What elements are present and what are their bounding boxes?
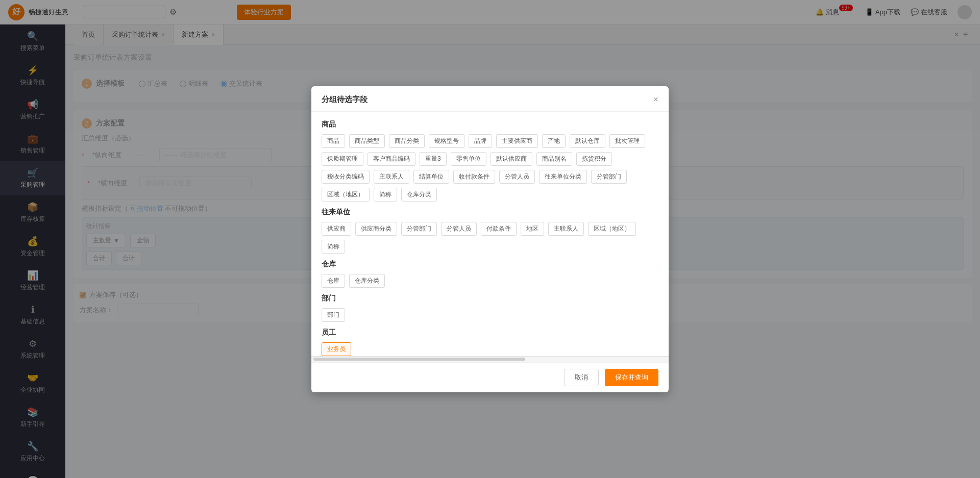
modal-overlay: 分组待选字段 × 商品 商品 商品类型 商品分类 规格型号 品牌 主要供应商 产…	[0, 0, 980, 478]
field-tag[interactable]: 区域（地区）	[588, 222, 636, 236]
field-tag[interactable]: 简称	[322, 240, 345, 254]
field-tag[interactable]: 品牌	[469, 134, 492, 148]
section-title-partner: 往来单位	[322, 208, 658, 217]
field-tag[interactable]: 税收分类编码	[322, 170, 370, 184]
modal-field-select: 分组待选字段 × 商品 商品 商品类型 商品分类 规格型号 品牌 主要供应商 产…	[311, 86, 669, 392]
field-tag[interactable]: 商品别名	[536, 152, 572, 166]
cancel-button[interactable]: 取消	[564, 369, 599, 386]
field-tag[interactable]: 简称	[374, 188, 397, 202]
field-tag[interactable]: 主联系人	[548, 222, 584, 236]
field-tag[interactable]: 默认仓库	[570, 134, 605, 148]
field-tag[interactable]: 结算单位	[413, 170, 449, 184]
section-title-dept: 部门	[322, 294, 658, 303]
field-tag[interactable]: 保质期管理	[322, 152, 363, 166]
field-tag[interactable]: 供应商分类	[355, 222, 397, 236]
field-tag[interactable]: 分管人员	[499, 170, 535, 184]
modal-footer: 取消 保存并查询	[311, 362, 669, 392]
field-tag[interactable]: 付款条件	[481, 222, 517, 236]
field-tag[interactable]: 分管部门	[591, 170, 627, 184]
section-title-warehouse: 仓库	[322, 260, 658, 269]
field-tag[interactable]: 规格型号	[429, 134, 464, 148]
field-tags-goods: 商品 商品类型 商品分类 规格型号 品牌 主要供应商 产地 默认仓库 批次管理 …	[322, 134, 658, 202]
section-title-goods: 商品	[322, 120, 658, 129]
field-tags-warehouse: 仓库 仓库分类	[322, 274, 658, 288]
field-tag[interactable]: 分管部门	[401, 222, 437, 236]
field-tag[interactable]: 分管人员	[441, 222, 477, 236]
modal-title: 分组待选字段	[322, 95, 368, 105]
modal-hscrollbar[interactable]	[311, 356, 669, 362]
modal-close-btn[interactable]: ×	[653, 94, 658, 105]
modal-header: 分组待选字段 ×	[311, 86, 669, 112]
field-tag[interactable]: 商品类型	[349, 134, 385, 148]
modal-hscroll-thumb	[313, 358, 525, 361]
field-tags-dept: 部门	[322, 308, 658, 322]
field-tag[interactable]: 仓库	[322, 274, 345, 288]
field-tag[interactable]: 主要供应商	[496, 134, 538, 148]
field-tag[interactable]: 供应商	[322, 222, 351, 236]
field-tag[interactable]: 重量3	[420, 152, 447, 166]
field-tag[interactable]: 区域（地区）	[322, 188, 370, 202]
save-query-button[interactable]: 保存并查询	[605, 369, 658, 386]
field-tag[interactable]: 产地	[542, 134, 566, 148]
field-tag[interactable]: 批次管理	[609, 134, 645, 148]
field-tag[interactable]: 商品	[322, 134, 345, 148]
field-tag[interactable]: 客户商品编码	[368, 152, 415, 166]
field-tag[interactable]: 仓库分类	[401, 188, 437, 202]
field-tag[interactable]: 零售单位	[451, 152, 486, 166]
field-tag[interactable]: 地区	[521, 222, 544, 236]
section-title-staff: 员工	[322, 328, 658, 337]
field-tag[interactable]: 默认供应商	[491, 152, 532, 166]
field-tag[interactable]: 往来单位分类	[539, 170, 587, 184]
field-tags-staff: 业务员	[322, 342, 658, 356]
field-tag[interactable]: 商品分类	[389, 134, 425, 148]
field-tag[interactable]: 主联系人	[374, 170, 409, 184]
field-tags-partner: 供应商 供应商分类 分管部门 分管人员 付款条件 地区 主联系人 区域（地区） …	[322, 222, 658, 254]
field-tag[interactable]: 仓库分类	[349, 274, 385, 288]
field-tag-selected[interactable]: 业务员	[322, 342, 351, 356]
field-tag[interactable]: 部门	[322, 308, 345, 322]
modal-body[interactable]: 商品 商品 商品类型 商品分类 规格型号 品牌 主要供应商 产地 默认仓库 批次…	[311, 112, 669, 356]
field-tag[interactable]: 拣货积分	[576, 152, 612, 166]
field-tag[interactable]: 收付款条件	[453, 170, 495, 184]
